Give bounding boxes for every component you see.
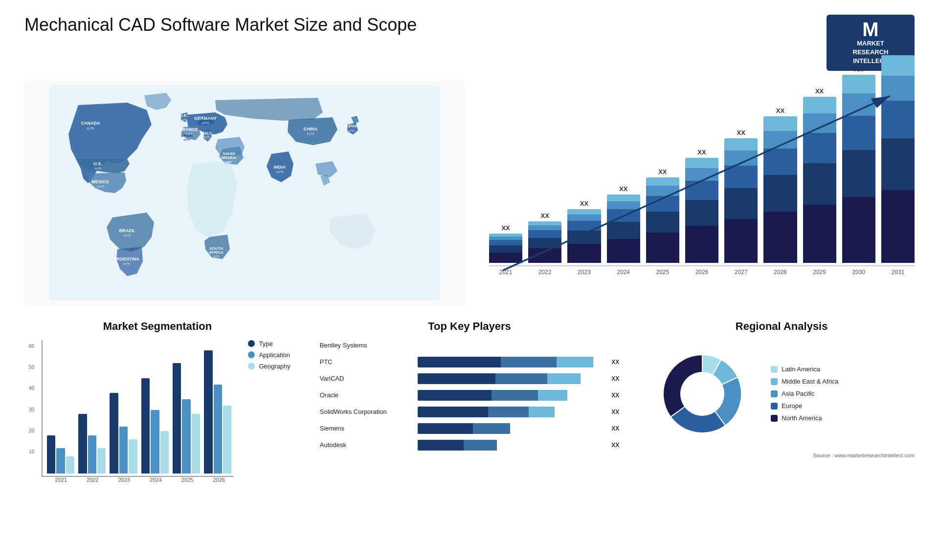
donut-legend-item: Latin America (771, 366, 838, 373)
bar-group-2022: XX (528, 212, 561, 263)
seg-bar-0 (78, 414, 87, 473)
bar-segment-4 (646, 177, 679, 186)
svg-text:xx%: xx% (213, 255, 219, 258)
players-list: Bentley SystemsPTCXXVariCADXXOracleXXSol… (310, 340, 629, 451)
svg-text:ARABIA: ARABIA (221, 155, 236, 160)
legend-dot (248, 363, 255, 369)
bar-value-label: XX (619, 185, 627, 193)
bar-value-label: XX (815, 87, 824, 95)
world-map-svg: CANADA xx% U.S. xx% MEXICO xx% BRAZIL xx… (29, 86, 460, 301)
bar-segment-2 (842, 116, 875, 150)
donut-legend-item: Middle East & Africa (771, 378, 838, 385)
bar-segment-0 (489, 253, 522, 263)
stacked-bar (842, 75, 875, 263)
svg-text:SPAIN: SPAIN (181, 133, 193, 138)
seg-year-group-2025 (171, 363, 202, 473)
svg-text:AFRICA: AFRICA (209, 250, 224, 255)
svg-text:BRAZIL: BRAZIL (119, 228, 135, 233)
bar-year-label-2027: 2027 (724, 269, 758, 276)
svg-text:ARGENTINA: ARGENTINA (113, 257, 139, 261)
player-name: Siemens (320, 425, 413, 432)
player-value: XX (611, 375, 619, 382)
seg-year-label-2025: 2025 (173, 477, 202, 483)
player-bar-container (418, 390, 603, 401)
bar-segment-0 (842, 197, 875, 263)
player-value: XX (611, 425, 619, 432)
y-axis-label: 50 (29, 365, 34, 370)
svg-text:xx%: xx% (87, 126, 94, 130)
seg-year-group-2021 (45, 435, 76, 474)
bar-year-label-2023: 2023 (567, 269, 601, 276)
player-bar-dark (418, 390, 492, 401)
bar-group-2029: XX (803, 87, 836, 263)
svg-text:JAPAN: JAPAN (343, 124, 358, 129)
bar-segment-4 (607, 194, 640, 201)
donut-legend-label: Europe (782, 402, 802, 409)
bar-value-label: XX (501, 224, 510, 232)
player-value: XX (611, 392, 619, 399)
bar-value-label: XX (697, 149, 706, 156)
bar-segment-0 (607, 239, 640, 263)
svg-text:xx%: xx% (122, 261, 130, 266)
player-name: Bentley Systems (320, 342, 413, 349)
player-bar-container (418, 407, 603, 417)
donut-legend-color (771, 403, 778, 409)
page-header: Mechanical CAD Software Market Size and … (24, 15, 915, 71)
donut-legend-color (771, 366, 778, 373)
player-bar-mid (501, 357, 557, 367)
bar-value-label: XX (658, 168, 667, 175)
player-bar-light (538, 390, 568, 401)
seg-year-group-2022 (76, 414, 108, 473)
bar-group-2031: XX (881, 46, 915, 263)
bar-value-label: XX (737, 129, 745, 136)
regional-title: Regional Analysis (648, 320, 915, 333)
seg-bar-2 (129, 439, 137, 473)
bar-segment-2 (528, 230, 561, 237)
donut-legend-item: Asia Pacific (771, 390, 838, 397)
player-bar-container (418, 423, 603, 434)
stacked-bar (567, 209, 601, 263)
bar-segment-3 (567, 215, 601, 221)
player-name: PTC (320, 358, 413, 366)
bar-group-2021: XX (489, 224, 522, 263)
player-bar-mid (488, 407, 529, 417)
bar-segment-0 (685, 226, 718, 262)
bar-chart-section: XXXXXXXXXXXXXXXXXXXXXX 20212022202320242… (484, 81, 915, 305)
bar-segment-4 (763, 116, 797, 131)
donut-legend-label: Latin America (782, 366, 820, 373)
bar-year-label-2022: 2022 (528, 269, 561, 276)
bar-segment-3 (842, 93, 875, 116)
svg-text:CHINA: CHINA (304, 127, 318, 131)
bar-segment-3 (607, 201, 640, 210)
seg-bar-2 (223, 406, 231, 474)
bar-segment-2 (803, 133, 836, 163)
bar-segment-0 (763, 212, 797, 263)
svg-text:U.K.: U.K. (179, 113, 188, 118)
market-segmentation: Market Segmentation 605040302010 2021202… (24, 320, 291, 506)
donut-legend: Latin AmericaMiddle East & AfricaAsia Pa… (771, 366, 838, 422)
svg-point-36 (680, 372, 724, 416)
bar-segment-4 (528, 221, 561, 226)
seg-year-label-2026: 2026 (204, 477, 234, 483)
bar-segment-1 (528, 238, 561, 248)
bar-segment-1 (881, 138, 915, 190)
legend-dot (248, 340, 255, 347)
seg-year-group-2026 (202, 350, 233, 473)
bar-segment-3 (881, 76, 915, 101)
player-bar-light (529, 407, 555, 417)
bar-year-label-2029: 2029 (803, 269, 836, 276)
seg-year-label-2021: 2021 (46, 477, 76, 483)
bar-segment-0 (567, 244, 601, 263)
player-bar-mid (492, 390, 538, 401)
bar-chart-container: XXXXXXXXXXXXXXXXXXXXXX 20212022202320242… (484, 81, 915, 305)
bar-segment-3 (489, 237, 522, 240)
bar-segment-3 (646, 186, 679, 196)
seg-year-label-2023: 2023 (110, 477, 139, 483)
bar-year-label-2024: 2024 (607, 269, 640, 276)
svg-text:xx%: xx% (307, 131, 314, 136)
svg-text:CANADA: CANADA (81, 121, 100, 126)
seg-bar-2 (160, 431, 169, 474)
seg-bar-1 (88, 435, 96, 474)
y-axis-label: 40 (29, 386, 34, 391)
bar-group-2028: XX (763, 107, 797, 263)
